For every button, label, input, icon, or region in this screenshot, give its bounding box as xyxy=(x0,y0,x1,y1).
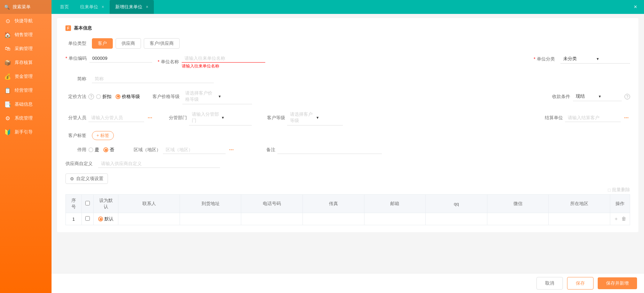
cell-default: 默认 xyxy=(93,213,118,225)
cell-address[interactable] xyxy=(180,213,241,225)
tab-new-partner-close[interactable]: × xyxy=(146,5,148,9)
address-input[interactable] xyxy=(183,217,238,222)
wechat-input[interactable] xyxy=(491,217,545,222)
pricing-radio-discount[interactable]: 折扣 xyxy=(96,93,111,100)
category-label: 单位分类 xyxy=(534,56,555,62)
tab-new-partner[interactable]: 新增往来单位 × xyxy=(110,0,154,14)
sidebar-item-system[interactable]: ⚙ 系统管理 xyxy=(0,111,52,125)
contact-input[interactable] xyxy=(122,217,176,222)
add-row-button[interactable]: ＋ xyxy=(614,216,619,222)
fax-input[interactable] xyxy=(306,217,361,222)
row-region-input[interactable] xyxy=(552,217,606,222)
name-field-block: 单位名称 请输入往来单位名称 xyxy=(158,54,265,69)
tab-home-label: 首页 xyxy=(60,4,69,10)
cancel-button[interactable]: 取消 xyxy=(536,277,563,290)
sidebar-item-label: 采购管理 xyxy=(15,46,33,52)
customer-level-select[interactable]: 请选择客户等级 ▼ xyxy=(287,110,343,125)
dept-chevron-icon: ▼ xyxy=(221,116,249,120)
code-field-block: 单位编码 xyxy=(65,54,152,63)
sidebar-item-basic[interactable]: 📑 基础信息 xyxy=(0,97,52,111)
payment-field: 收款条件 现结 ▼ ? xyxy=(549,92,630,101)
pricing-help-icon[interactable]: ? xyxy=(88,94,94,99)
sidebar-search[interactable]: 🔍 搜索菜单 xyxy=(0,0,52,14)
col-email: 邮箱 xyxy=(364,195,426,213)
disable-label: 停用 xyxy=(65,147,86,153)
sidebar-item-guide[interactable]: 🔰 新手引导 xyxy=(0,125,52,139)
disable-radio-yes[interactable]: 是 xyxy=(88,147,99,153)
tab-bar: 首页 往来单位 × 新增往来单位 × × xyxy=(52,0,644,14)
cell-contact[interactable] xyxy=(118,213,180,225)
payment-value: 现结 xyxy=(576,93,597,99)
row-default-radio[interactable]: 默认 xyxy=(97,216,115,222)
custom-settings-button[interactable]: ⚙ 自定义项设置 xyxy=(65,173,108,184)
sidebar-item-label: 资金管理 xyxy=(15,73,33,80)
manager-more-icon[interactable]: ··· xyxy=(146,115,154,121)
category-value: 未分类 xyxy=(563,56,595,62)
sidebar-item-inventory[interactable]: 📦 库存核算 xyxy=(0,56,52,70)
col-checkbox[interactable] xyxy=(81,195,93,213)
settlement-input[interactable] xyxy=(565,114,621,122)
tab-partners-close[interactable]: × xyxy=(102,5,104,9)
region-input[interactable] xyxy=(163,146,226,154)
customer-level-label: 客户等级 xyxy=(264,115,285,121)
disable-radio-no[interactable]: 否 xyxy=(103,147,114,153)
cell-seq: 1 xyxy=(66,213,82,225)
settlement-more-icon[interactable]: ··· xyxy=(623,115,630,121)
cell-wechat[interactable] xyxy=(487,213,549,225)
customer-price-select[interactable]: 请选择客户价格等级 ▼ xyxy=(182,89,252,104)
tab-home[interactable]: 首页 xyxy=(54,0,74,14)
note-input[interactable] xyxy=(277,146,382,154)
save-new-button[interactable]: 保存并新增 xyxy=(598,277,637,289)
cell-email[interactable] xyxy=(364,213,426,225)
row-checkbox[interactable] xyxy=(85,216,90,221)
gear-icon: ⚙ xyxy=(70,176,74,181)
window-close-button[interactable]: × xyxy=(630,4,641,10)
add-tag-button[interactable]: + 标签 xyxy=(92,131,114,140)
phone-input[interactable] xyxy=(245,217,299,222)
category-select[interactable]: 未分类 ▼ xyxy=(560,54,630,64)
sidebar-item-sales[interactable]: 🏠 销售管理 xyxy=(0,28,52,42)
section-header: F 基本信息 xyxy=(65,25,630,31)
payment-help-icon[interactable]: ? xyxy=(625,94,630,99)
alias-row: 简称 xyxy=(65,75,630,83)
payment-select[interactable]: 现结 ▼ xyxy=(573,92,622,101)
pricing-field: 定价方法 ? 折扣 价格等级 xyxy=(65,93,140,100)
supplier-custom-input[interactable] xyxy=(98,160,220,168)
qq-input[interactable] xyxy=(429,217,484,222)
sidebar-item-finance[interactable]: 💰 资金管理 xyxy=(0,70,52,83)
email-input[interactable] xyxy=(368,217,422,222)
save-button[interactable]: 保存 xyxy=(567,277,594,290)
batch-delete-icon: □ xyxy=(608,187,611,193)
note-field: 备注 xyxy=(254,146,382,154)
cell-region[interactable] xyxy=(549,213,610,225)
select-all-checkbox[interactable] xyxy=(85,201,90,205)
type-btn-both[interactable]: 客户/供应商 xyxy=(144,38,180,49)
sidebar-item-purchase[interactable]: 🛍 采购管理 xyxy=(0,42,52,56)
type-btn-customer[interactable]: 客户 xyxy=(92,38,113,49)
cell-phone[interactable] xyxy=(241,213,303,225)
code-input[interactable] xyxy=(89,54,152,63)
alias-input[interactable] xyxy=(92,75,214,83)
manager-input[interactable] xyxy=(88,114,144,122)
tab-partners[interactable]: 往来单位 × xyxy=(74,0,110,14)
sidebar-item-operation[interactable]: 📋 经营管理 xyxy=(0,83,52,97)
name-input[interactable] xyxy=(182,54,265,63)
delete-row-button[interactable]: 🗑 xyxy=(621,216,626,222)
pricing-row: 定价方法 ? 折扣 价格等级 xyxy=(65,89,630,104)
system-icon: ⚙ xyxy=(4,115,11,122)
sidebar-item-label: 快捷导航 xyxy=(15,18,33,24)
col-address: 到货地址 xyxy=(180,195,241,213)
cell-checkbox[interactable] xyxy=(81,213,93,225)
cell-qq[interactable] xyxy=(426,213,487,225)
disable-yes-label: 是 xyxy=(95,147,99,153)
sidebar-item-quick-nav[interactable]: ⊙ 快捷导航 xyxy=(0,14,52,28)
pricing-radio-price-level[interactable]: 价格等级 xyxy=(116,93,140,100)
dept-select[interactable]: 请输入分管部门 ▼ xyxy=(189,110,252,125)
type-btn-supplier[interactable]: 供应商 xyxy=(116,38,141,49)
region-more-icon[interactable]: ··· xyxy=(228,147,235,153)
table-section: ⚙ 自定义项设置 □ 批量删除 序号 设为默认 联系人 到货地址 xyxy=(65,173,630,225)
col-seq: 序号 xyxy=(66,195,82,213)
disable-no-label: 否 xyxy=(110,147,114,153)
batch-delete-label[interactable]: 批量删除 xyxy=(612,187,630,193)
cell-fax[interactable] xyxy=(303,213,364,225)
